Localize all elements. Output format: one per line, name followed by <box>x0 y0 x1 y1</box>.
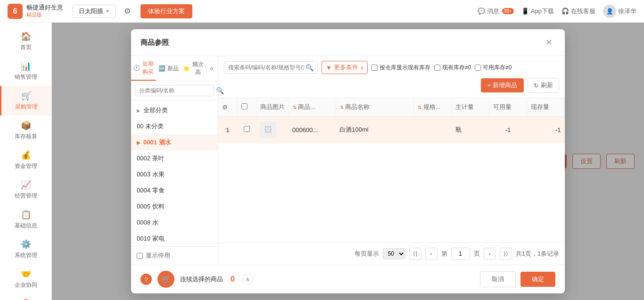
cell-spec <box>414 117 452 143</box>
sidebar-item-finance[interactable]: 💰 资金管理 <box>0 145 51 175</box>
first-page-button[interactable]: ⟨⟨ <box>409 248 421 260</box>
settings-col-icon[interactable]: ⚙ <box>222 104 228 111</box>
cell-stock: -1 <box>527 117 565 143</box>
stock-filter-label[interactable]: 现有库存≠0 <box>434 64 471 72</box>
collapse-category-button[interactable]: « <box>206 56 218 81</box>
cat-item-beverage[interactable]: 0005 饮料 <box>131 199 218 215</box>
sort-up-icon[interactable]: ⇅ <box>293 105 297 110</box>
avail-filter-text: 可用库存≠0 <box>483 64 512 72</box>
refresh-table-button[interactable]: ↻ 刷新 <box>528 78 559 93</box>
cat-item-beverage-label: 0005 饮料 <box>137 202 165 211</box>
modal-body: 🕐 近期购买 🆕 新品 ⭐ 频次高 « <box>131 56 565 265</box>
cart-icon[interactable]: 🛒 <box>157 271 174 288</box>
help-icon[interactable]: ? <box>140 274 152 285</box>
online-service-item[interactable]: 🎧 在线客服 <box>561 7 595 16</box>
warehouse-filter-checkbox[interactable] <box>372 65 378 71</box>
sidebar-item-guide[interactable]: 🎯 新手引导 <box>0 294 51 300</box>
cat-tab-new[interactable]: 🆕 新品 <box>156 56 181 81</box>
page-number-input[interactable] <box>451 248 470 260</box>
per-page-label: 每页显示 <box>355 250 379 258</box>
th-unit: 主计量 <box>452 98 489 117</box>
basic-info-icon: 📋 <box>21 209 31 220</box>
category-panel: 🕐 近期购买 🆕 新品 ⭐ 频次高 « <box>131 56 218 265</box>
logo-text-group: 畅捷通好生意 精品版 <box>26 4 63 19</box>
sidebar-item-home[interactable]: 🏠 首页 <box>0 26 51 56</box>
modal-header: 商品参照 ✕ <box>131 29 565 56</box>
app-download-label: App下载 <box>531 7 554 16</box>
name-sort-icon[interactable]: ⇅ <box>340 105 344 110</box>
message-icon: 💬 <box>478 8 485 15</box>
freq-icon: ⭐ <box>183 65 190 72</box>
modal-close-button[interactable]: ✕ <box>542 36 555 49</box>
purchase-icon: 🛒 <box>21 91 32 101</box>
avail-filter-checkbox[interactable] <box>475 65 481 71</box>
show-disabled-checkbox[interactable] <box>137 253 143 259</box>
modal-title: 商品参照 <box>140 38 169 47</box>
nav-right: 💬 消息 99+ 📱 App下载 🎧 在线客服 👤 徐泽华 <box>478 5 636 18</box>
collab-icon: 🤝 <box>21 269 31 279</box>
cat-item-fruit[interactable]: 0003 水果 <box>131 167 218 183</box>
cat-tab-freq[interactable]: ⭐ 频次高 <box>181 56 206 81</box>
refresh-label: 刷新 <box>541 81 553 90</box>
product-search-icon[interactable]: 🔍 <box>305 64 314 71</box>
all-expand-icon: ▶ <box>137 108 140 113</box>
add-product-button[interactable]: + 新增商品 <box>481 78 524 92</box>
cat-item-water[interactable]: 0008 水 <box>131 215 218 231</box>
warehouse-filter-label[interactable]: 按仓库显示现有库存 <box>372 64 430 72</box>
sidebar-item-basic-info[interactable]: 📋 基础信息 <box>0 205 51 234</box>
sidebar-item-system[interactable]: ⚙️ 系统管理 <box>0 234 51 264</box>
modal-footer: ? 🛒 连续选择的商品 0 ∧ 取消 确定 <box>131 265 565 293</box>
product-table-area: ⚙ 商品图片 <box>218 98 565 242</box>
prev-page-button[interactable]: ‹ <box>425 248 438 260</box>
product-reference-modal: 商品参照 ✕ 🕐 近期购买 🆕 <box>131 29 565 293</box>
inventory-icon: 📦 <box>21 120 31 131</box>
cat-item-tea[interactable]: 0002 茶叶 <box>131 150 218 167</box>
cell-no: 1 <box>218 117 237 143</box>
category-tabs: 🕐 近期购买 🆕 新品 ⭐ 频次高 « <box>131 56 218 81</box>
cat-item-uncategorized[interactable]: 00 未分类 <box>131 118 218 134</box>
cat-item-liquor-label: 0001 酒水 <box>143 138 171 147</box>
table-row[interactable]: 1 🖼 000600... 白酒100ml <box>218 117 565 143</box>
trial-button[interactable]: 体验行业方案 <box>140 4 192 18</box>
sidebar-item-operations[interactable]: 📈 经营管理 <box>0 175 51 205</box>
cat-item-tea-label: 0002 茶叶 <box>137 154 165 163</box>
spec-sort-icon[interactable]: ⇅ <box>418 105 421 110</box>
settings-icon[interactable]: ⚙ <box>120 4 135 19</box>
row-checkbox[interactable] <box>244 126 250 132</box>
confirm-button[interactable]: 确定 <box>520 272 555 287</box>
cat-tab-recent[interactable]: 🕐 近期购买 <box>131 56 156 81</box>
stock-filter-checkbox[interactable] <box>434 65 440 71</box>
online-service-label: 在线客服 <box>571 7 595 16</box>
select-all-checkbox[interactable] <box>241 103 248 109</box>
cell-unit: 瓶 <box>452 117 489 143</box>
sidebar-item-purchase[interactable]: 🛒 采购管理 <box>0 86 51 116</box>
last-page-button[interactable]: ⟩⟩ <box>500 248 512 260</box>
sidebar-label-sales: 销售管理 <box>15 73 37 81</box>
system-icon: ⚙️ <box>21 239 31 250</box>
next-page-button[interactable]: › <box>484 248 496 260</box>
sidebar-item-inventory[interactable]: 📦 库存核算 <box>0 116 51 145</box>
notifications-item[interactable]: 💬 消息 99+ <box>478 7 514 16</box>
phone-icon: 📱 <box>521 8 529 15</box>
cat-item-snack[interactable]: 0004 零食 <box>131 183 218 199</box>
product-search-input[interactable] <box>228 64 304 71</box>
cancel-button[interactable]: 取消 <box>480 271 516 287</box>
app-download-item[interactable]: 📱 App下载 <box>521 7 554 16</box>
collapse-footer-button[interactable]: ∧ <box>242 274 254 285</box>
per-page-select[interactable]: 50 <box>383 248 405 259</box>
sidebar-label-home: 首页 <box>20 43 32 51</box>
user-item[interactable]: 👤 徐泽华 <box>603 5 636 18</box>
cat-item-uncategorized-label: 00 未分类 <box>137 122 164 131</box>
sidebar-item-collab[interactable]: 🤝 企业协同 <box>0 264 51 294</box>
cat-item-appliance[interactable]: 0010 家电 <box>131 231 218 246</box>
cat-item-all[interactable]: ▶ 全部分类 <box>131 102 218 118</box>
avail-filter-label[interactable]: 可用库存≠0 <box>475 64 512 72</box>
category-search-input[interactable] <box>135 85 214 96</box>
nav-selector[interactable]: 日太阳膜 ▼ <box>73 5 116 18</box>
more-filter-button[interactable]: ▼ 更多条件 ∧ <box>322 61 368 74</box>
sidebar-item-sales[interactable]: 📊 销售管理 <box>0 56 51 86</box>
cat-item-liquor[interactable]: ▶ 0001 酒水 <box>131 134 218 150</box>
show-disabled-label[interactable]: 显示停用 <box>146 251 170 260</box>
cell-img: 🖼 <box>256 117 289 143</box>
continuous-label: 连续选择的商品 <box>180 275 223 283</box>
